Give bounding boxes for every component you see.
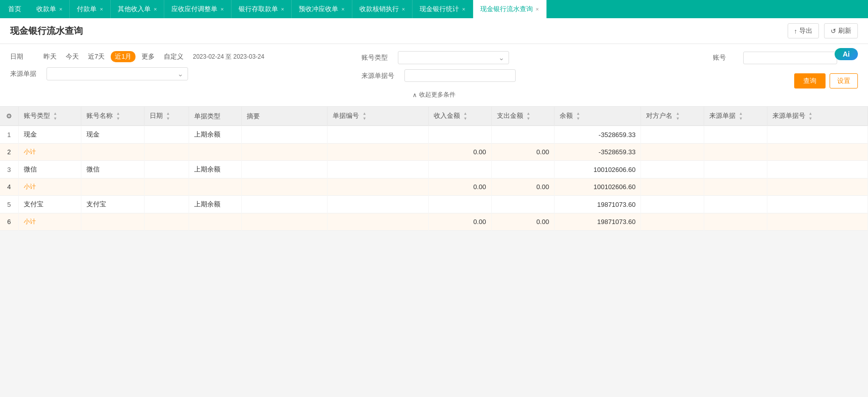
date-btn-custom[interactable]: 自定义: [161, 51, 187, 62]
export-button[interactable]: ↑ 导出: [788, 23, 819, 38]
th-balance: 余额 ▲▼: [555, 107, 641, 126]
th-gear[interactable]: ⚙: [0, 107, 18, 126]
th-date: 日期 ▲▼: [144, 107, 189, 126]
settings-button[interactable]: 设置: [830, 73, 858, 89]
table-body: 1现金现金上期余额-3528659.332小计0.000.00-3528659.…: [0, 126, 868, 231]
page-title: 现金银行流水查询: [10, 25, 83, 37]
th-doc-type: 单据类型: [189, 107, 241, 126]
close-tab-3[interactable]: ×: [220, 6, 223, 12]
table-header-row: ⚙ 账号类型 ▲▼ 账号名称 ▲▼ 日期 ▲▼ 单据类型 摘要: [0, 107, 868, 126]
header-actions: ↑ 导出 ↺ 刷新: [788, 23, 858, 38]
th-expense: 支出金额 ▲▼: [491, 107, 555, 126]
table-row: 1现金现金上期余额-3528659.33: [0, 126, 868, 144]
date-shortcuts: 昨天 今天 近7天 近1月 更多 自定义 2023-02-24 至 2023-0…: [40, 51, 264, 62]
th-account-name: 账号名称 ▲▼: [81, 107, 145, 126]
top-nav: 首页 收款单 × 付款单 × 其他收入单 × 应收应付调整单 × 银行存取款单 …: [0, 0, 868, 18]
source-doc-select[interactable]: [47, 67, 188, 80]
account-type-label: 账号类型: [361, 53, 388, 62]
table-row: 6小计0.000.0019871073.60: [0, 213, 868, 231]
close-tab-8[interactable]: ×: [536, 6, 539, 12]
source-doc-num-input[interactable]: [404, 69, 516, 82]
date-btn-today[interactable]: 今天: [63, 51, 82, 62]
th-doc-no: 单据编号 ▲▼: [328, 107, 428, 126]
date-btn-more[interactable]: 更多: [139, 51, 158, 62]
source-doc-label: 来源单据: [10, 69, 36, 78]
nav-tab-6[interactable]: 收款核销执行 ×: [352, 0, 413, 18]
nav-tab-0[interactable]: 收款单 ×: [29, 0, 70, 18]
th-source-doc-no: 来源单据号 ▲▼: [767, 107, 868, 126]
filter-area: 日期 昨天 今天 近7天 近1月 更多 自定义 2023-02-24 至 202…: [0, 44, 868, 107]
table-row: 5支付宝支付宝上期余额19871073.60: [0, 196, 868, 213]
th-source-doc: 来源单据 ▲▼: [704, 107, 767, 126]
close-tab-7[interactable]: ×: [462, 6, 465, 12]
nav-tab-1[interactable]: 付款单 ×: [70, 0, 110, 18]
th-summary: 摘要: [241, 107, 328, 126]
source-doc-chevron: [177, 70, 184, 78]
page-header: 现金银行流水查询 ↑ 导出 ↺ 刷新: [0, 18, 868, 44]
refresh-button[interactable]: ↺ 刷新: [824, 23, 858, 38]
table-row: 4小计0.000.00100102606.60: [0, 179, 868, 196]
th-account-type: 账号类型 ▲▼: [18, 107, 81, 126]
close-tab-4[interactable]: ×: [281, 6, 284, 12]
collapse-filter-btn[interactable]: ∧ 收起更多条件: [10, 91, 858, 99]
data-table: ⚙ 账号类型 ▲▼ 账号名称 ▲▼ 日期 ▲▼ 单据类型 摘要: [0, 107, 868, 231]
nav-tab-8[interactable]: 现金银行流水查询 ×: [473, 0, 546, 18]
nav-tab-2[interactable]: 其他收入单 ×: [111, 0, 164, 18]
account-label: 账号: [713, 53, 733, 62]
close-tab-0[interactable]: ×: [59, 6, 62, 12]
date-btn-1month[interactable]: 近1月: [111, 51, 135, 62]
export-icon: ↑: [794, 27, 798, 35]
date-btn-yesterday[interactable]: 昨天: [40, 51, 60, 62]
collapse-up-icon: ∧: [413, 92, 417, 99]
date-range-display: 2023-02-24 至 2023-03-24: [193, 53, 264, 61]
th-income: 收入金额 ▲▼: [428, 107, 491, 126]
table-row: 2小计0.000.00-3528659.33: [0, 144, 868, 161]
nav-tab-5[interactable]: 预收冲应收单 ×: [292, 0, 352, 18]
date-filter-label: 日期: [10, 52, 30, 61]
account-input[interactable]: [743, 52, 837, 64]
th-counterpart: 对方户名 ▲▼: [641, 107, 704, 126]
source-doc-num-label: 来源单据号: [361, 71, 394, 80]
date-btn-7days[interactable]: 近7天: [85, 51, 108, 62]
close-tab-6[interactable]: ×: [402, 6, 405, 12]
close-tab-2[interactable]: ×: [154, 6, 157, 12]
nav-tab-3[interactable]: 应收应付调整单 ×: [164, 0, 231, 18]
nav-tab-4[interactable]: 银行存取款单 ×: [232, 0, 292, 18]
account-type-chevron: [498, 54, 505, 62]
close-tab-1[interactable]: ×: [100, 6, 103, 12]
refresh-icon: ↺: [831, 27, 836, 35]
account-type-select[interactable]: [398, 51, 509, 64]
nav-home[interactable]: 首页: [0, 0, 29, 18]
close-tab-5[interactable]: ×: [341, 6, 344, 12]
table-row: 3微信微信上期余额100102606.60: [0, 161, 868, 179]
table-container: ⚙ 账号类型 ▲▼ 账号名称 ▲▼ 日期 ▲▼ 单据类型 摘要: [0, 107, 868, 231]
ai-button[interactable]: Ai: [835, 48, 858, 60]
nav-tab-7[interactable]: 现金银行统计 ×: [413, 0, 473, 18]
query-button[interactable]: 查询: [794, 73, 826, 89]
